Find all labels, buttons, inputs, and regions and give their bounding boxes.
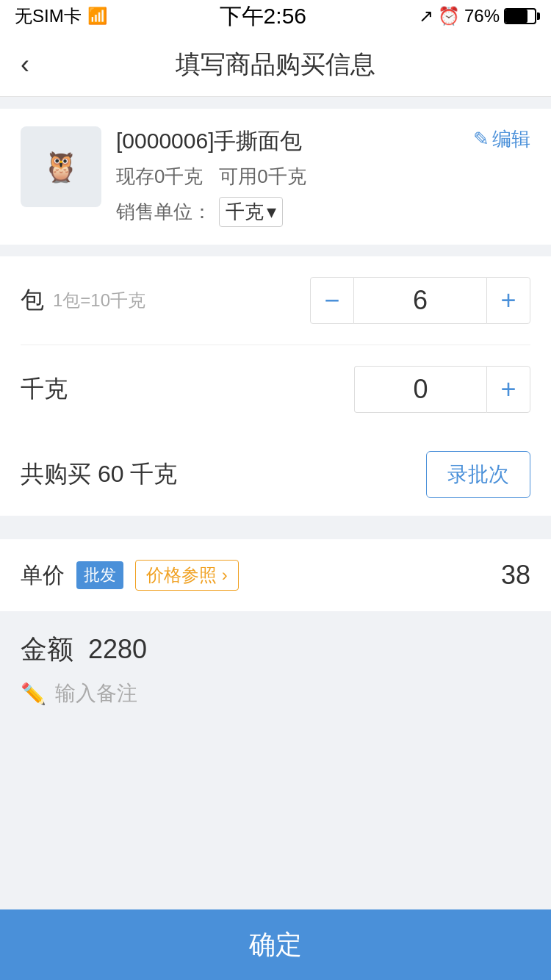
kg-plus-button[interactable]: + bbox=[486, 366, 530, 413]
divider-1 bbox=[0, 245, 551, 256]
edit-icon: ✎ bbox=[473, 128, 489, 151]
unit-select[interactable]: 千克 ▾ bbox=[219, 197, 283, 227]
wifi-icon: 📶 bbox=[87, 7, 107, 26]
amount-row: 金额 2280 bbox=[21, 632, 530, 668]
remark-label: 输入备注 bbox=[55, 680, 137, 707]
status-time: 下午2:56 bbox=[220, 1, 306, 32]
quantity-row-bag: 包 1包=10千克 − + bbox=[21, 256, 530, 345]
price-type-tag: 批发 bbox=[76, 561, 123, 589]
total-row: 共购买 60 千克 录批次 bbox=[0, 433, 551, 516]
price-row: 单价 批发 价格参照 › 38 bbox=[21, 560, 530, 591]
batch-button[interactable]: 录批次 bbox=[426, 451, 530, 498]
price-label: 单价 bbox=[21, 561, 65, 591]
bag-plus-button[interactable]: + bbox=[486, 277, 530, 324]
nav-bar: ‹ 填写商品购买信息 bbox=[0, 32, 551, 97]
unit-dropdown-icon: ▾ bbox=[267, 201, 276, 223]
page-title: 填写商品购买信息 bbox=[176, 48, 375, 82]
status-bar: 无SIM卡 📶 下午2:56 ↗ ⏰ 76% bbox=[0, 0, 551, 32]
product-thumbnail: 🦉 bbox=[21, 126, 101, 207]
price-ref-button[interactable]: 价格参照 › bbox=[135, 560, 239, 591]
input-section: 包 1包=10千克 − + 千克 + bbox=[0, 256, 551, 433]
bag-label: 包 1包=10千克 bbox=[21, 284, 145, 317]
location-icon: ↗ bbox=[419, 6, 433, 26]
quantity-row-kg: 千克 + bbox=[21, 345, 530, 433]
product-stock: 现存0千克 可用0千克 bbox=[116, 164, 458, 190]
divider-2 bbox=[0, 516, 551, 527]
amount-value: 2280 bbox=[88, 634, 147, 664]
back-button[interactable]: ‹ bbox=[21, 49, 29, 80]
product-unit: 销售单位： 千克 ▾ bbox=[116, 197, 458, 227]
status-left: 无SIM卡 📶 bbox=[15, 4, 107, 28]
kg-qty-input[interactable] bbox=[354, 366, 486, 413]
battery-percent: 76% bbox=[464, 6, 500, 26]
product-info: [0000006]手撕面包 现存0千克 可用0千克 销售单位： 千克 ▾ bbox=[116, 126, 458, 227]
price-value: 38 bbox=[501, 560, 530, 591]
amount-section: 金额 2280 ✏️ 输入备注 bbox=[0, 611, 551, 728]
status-right: ↗ ⏰ 76% bbox=[419, 6, 536, 26]
confirm-button[interactable]: 确定 bbox=[0, 909, 551, 980]
edit-button[interactable]: ✎ 编辑 bbox=[473, 126, 530, 152]
product-thumb-icon: 🦉 bbox=[43, 150, 79, 184]
product-name: [0000006]手撕面包 bbox=[116, 126, 458, 156]
total-text: 共购买 60 千克 bbox=[21, 458, 177, 491]
carrier-label: 无SIM卡 bbox=[15, 4, 82, 28]
product-card: 🦉 [0000006]手撕面包 现存0千克 可用0千克 销售单位： 千克 ▾ ✎… bbox=[0, 109, 551, 245]
bag-qty-input[interactable] bbox=[354, 277, 486, 324]
battery-icon bbox=[504, 8, 536, 24]
bag-minus-button[interactable]: − bbox=[310, 277, 354, 324]
price-section: 单价 批发 价格参照 › 38 bbox=[0, 539, 551, 611]
kg-label: 千克 bbox=[21, 373, 68, 406]
remark-icon: ✏️ bbox=[21, 682, 46, 706]
alarm-icon: ⏰ bbox=[438, 6, 460, 26]
remark-row[interactable]: ✏️ 输入备注 bbox=[21, 680, 530, 707]
kg-qty-control: + bbox=[354, 366, 530, 413]
bag-qty-control: − + bbox=[310, 277, 530, 324]
